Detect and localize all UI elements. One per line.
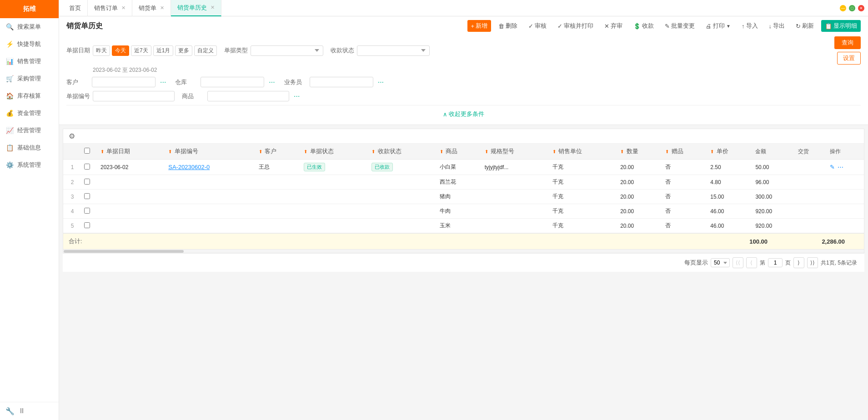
delete-icon: 🗑 <box>498 23 504 30</box>
date-custom-btn[interactable]: 自定义 <box>194 45 217 56</box>
row-3-unit-price: 15.00 <box>707 190 753 204</box>
doc-type-select[interactable] <box>251 45 323 56</box>
row-checkbox-1[interactable] <box>81 160 98 175</box>
import-button[interactable]: ↑ 导入 <box>738 20 762 32</box>
row-5-checkbox[interactable] <box>84 222 90 228</box>
row-1-checkbox[interactable] <box>84 164 90 170</box>
page-last-btn[interactable]: ⟩⟩ <box>807 257 818 268</box>
table-row: 1 2023-06-02 SA-20230602-0 王总 已生效 已收款 小白… <box>63 160 864 175</box>
sidebar-item-search-menu[interactable]: 🔍 搜索菜单 <box>0 18 59 35</box>
tab-sales-goods[interactable]: 销货单 ✕ <box>132 0 171 16</box>
sidebar-item-sales-mgmt[interactable]: 📊 销售管理 <box>0 53 59 70</box>
query-button[interactable]: 查询 <box>834 36 861 49</box>
add-button[interactable]: + 新增 <box>467 20 492 32</box>
horizontal-scrollbar[interactable] <box>63 249 864 253</box>
sidebar-item-ops-mgmt[interactable]: 📈 经营管理 <box>0 122 59 139</box>
date-more-btn[interactable]: 更多 <box>175 45 192 56</box>
row-1-doc-num[interactable]: SA-20230602-0 <box>166 160 256 175</box>
audit-button[interactable]: ✓ 审核 <box>525 20 550 32</box>
date-yesterday-btn[interactable]: 昨天 <box>93 45 110 56</box>
col-gift[interactable]: ⬆ 赠品 <box>662 144 707 160</box>
col-doc-num[interactable]: ⬆ 单据编号 <box>166 144 256 160</box>
abandon-icon: ✕ <box>604 23 609 30</box>
col-goods[interactable]: ⬆ 商品 <box>437 144 482 160</box>
show-detail-button[interactable]: 📋 显示明细 <box>821 20 861 32</box>
date-7days-btn[interactable]: 近7天 <box>131 45 151 56</box>
row-1-doc-date: 2023-06-02 <box>98 160 166 175</box>
refresh-button[interactable]: ↻ 刷新 <box>792 20 818 32</box>
col-doc-date[interactable]: ⬆ 单据日期 <box>98 144 166 160</box>
batch-change-button[interactable]: ✎ 批量变更 <box>661 20 698 32</box>
sidebar-item-system-mgmt[interactable]: ⚙️ 系统管理 <box>0 156 59 174</box>
col-spec[interactable]: ⬆ 规格型号 <box>482 144 550 160</box>
row-4-doc-date <box>98 204 166 219</box>
sidebar-item-purchase-mgmt[interactable]: 🛒 采购管理 <box>0 70 59 87</box>
page-first-btn[interactable]: ⟨⟨ <box>733 257 743 268</box>
window-close-btn[interactable]: ✕ <box>858 5 864 11</box>
warehouse-ellipsis-btn[interactable]: ··· <box>267 78 276 86</box>
tab-sales-order-close[interactable]: ✕ <box>121 5 125 11</box>
scrollbar-thumb[interactable] <box>64 250 184 253</box>
row-3-transaction <box>795 190 827 204</box>
tab-sales-goods-close[interactable]: ✕ <box>160 5 164 11</box>
row-1-view-icon[interactable]: ⋯ <box>838 164 843 170</box>
sidebar-settings-btn[interactable]: 🔧 <box>5 407 15 415</box>
row-1-edit-icon[interactable]: ✎ <box>830 164 835 170</box>
row-checkbox-4[interactable] <box>81 204 98 219</box>
table-settings-icon[interactable]: ⚙ <box>69 132 75 140</box>
row-3-checkbox[interactable] <box>84 193 90 199</box>
row-checkbox-5[interactable] <box>81 219 98 233</box>
row-4-checkbox[interactable] <box>84 208 90 214</box>
per-page-label: 每页显示 <box>684 259 708 267</box>
col-checkbox-header[interactable] <box>81 144 98 160</box>
row-checkbox-2[interactable] <box>81 175 98 190</box>
pay-status-select[interactable] <box>357 45 430 56</box>
page-size-select[interactable]: 50 <box>711 258 730 267</box>
page-next-btn[interactable]: ⟩ <box>793 257 804 268</box>
window-minimize-btn[interactable]: — <box>840 5 846 11</box>
page-num-input[interactable] <box>768 258 783 267</box>
salesperson-ellipsis-btn[interactable]: ··· <box>376 78 386 86</box>
abandon-button[interactable]: ✕ 弃审 <box>601 20 626 32</box>
filter-collapse-btn[interactable]: ∧ 收起更多条件 <box>66 108 861 120</box>
salesperson-input[interactable] <box>310 77 373 87</box>
col-doc-status[interactable]: ⬆ 单据状态 <box>301 144 369 160</box>
refresh-icon: ↻ <box>796 23 801 30</box>
col-qty[interactable]: ⬆ 数量 <box>617 144 662 160</box>
customer-ellipsis-btn[interactable]: ··· <box>158 78 168 86</box>
goods-ellipsis-btn[interactable]: ··· <box>292 92 301 100</box>
audit-print-button[interactable]: ✓ 审核并打印 <box>554 20 597 32</box>
tab-sales-history-close[interactable]: ✕ <box>211 5 215 10</box>
col-pay-status[interactable]: ⬆ 收款状态 <box>369 144 437 160</box>
sidebar-item-basic-info[interactable]: 📋 基础信息 <box>0 139 59 156</box>
col-unit-price[interactable]: ⬆ 单价 <box>707 144 753 160</box>
sort-icon-unit-price: ⬆ <box>710 149 714 154</box>
warehouse-input[interactable] <box>201 77 264 87</box>
delete-button[interactable]: 🗑 删除 <box>495 20 521 32</box>
page-prev-btn[interactable]: ⟨ <box>746 257 757 268</box>
window-maximize-btn[interactable]: □ <box>849 5 855 11</box>
col-sales-unit[interactable]: ⬆ 销售单位 <box>550 144 617 160</box>
collect-button[interactable]: 💲 收款 <box>630 20 657 32</box>
select-all-checkbox[interactable] <box>84 148 90 154</box>
export-button[interactable]: ↓ 导出 <box>765 20 789 32</box>
print-button[interactable]: 🖨 打印 ▼ <box>702 20 734 32</box>
tab-sales-order[interactable]: 销售订单 ✕ <box>88 0 132 16</box>
doc-num-input[interactable] <box>93 91 175 101</box>
goods-input[interactable] <box>207 91 289 101</box>
sidebar-collapse-btn[interactable]: ⏸ <box>18 407 25 415</box>
tab-home[interactable]: 首页 <box>63 0 88 16</box>
row-5-transaction <box>795 219 827 233</box>
date-1month-btn[interactable]: 近1月 <box>153 45 174 56</box>
sidebar-item-quick-nav[interactable]: ⚡ 快捷导航 <box>0 35 59 53</box>
sidebar-item-inventory[interactable]: 🏠 库存核算 <box>0 87 59 105</box>
sidebar-item-finance-mgmt[interactable]: 💰 资金管理 <box>0 105 59 122</box>
row-2-checkbox[interactable] <box>84 179 90 185</box>
customer-input[interactable] <box>92 77 156 87</box>
tab-sales-history[interactable]: 销货单历史 ✕ <box>171 0 221 16</box>
row-checkbox-3[interactable] <box>81 190 98 204</box>
date-today-btn[interactable]: 今天 <box>112 45 129 56</box>
set-button[interactable]: 设置 <box>837 52 861 65</box>
row-num-4: 4 <box>63 204 81 219</box>
col-customer[interactable]: ⬆ 客户 <box>256 144 301 160</box>
